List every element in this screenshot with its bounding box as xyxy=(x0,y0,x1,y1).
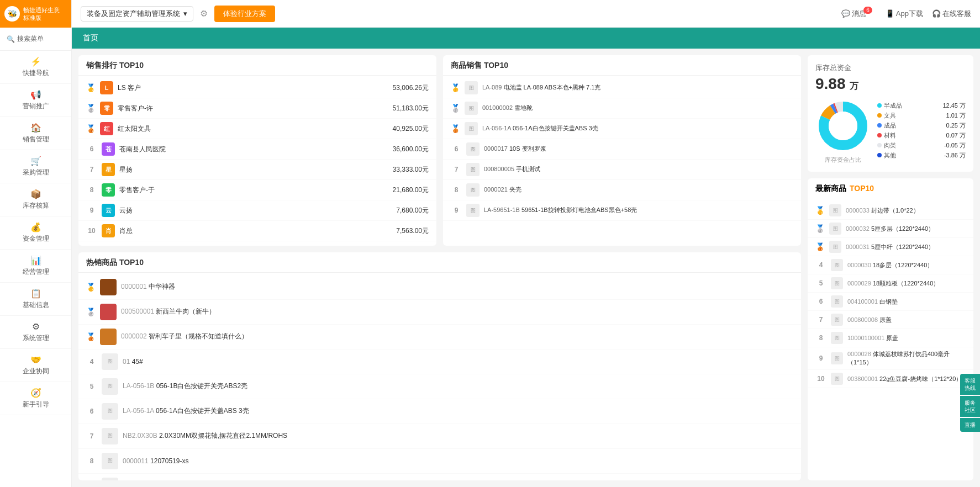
logo-icon: 🐝 xyxy=(4,6,20,22)
nav-icon-finance: 💰 xyxy=(30,222,41,232)
float-btn-1[interactable]: 服务 社区 xyxy=(960,396,980,417)
hot-product-item: 8 图 0000011 12070519-xs xyxy=(78,449,801,474)
sidebar-item-marketing[interactable]: 📢营销推广 xyxy=(0,84,71,117)
latest-product-image: 图 xyxy=(831,259,843,271)
float-btn-2[interactable]: 直播 xyxy=(960,418,980,432)
sidebar-item-sales[interactable]: 🏠销售管理 xyxy=(0,117,71,150)
search-menu-btn[interactable]: 🔍 搜索菜单 xyxy=(4,32,67,46)
latest-product-image: 图 xyxy=(831,295,843,308)
page-body: 销售排行 TOP10 🥇 L LS 客户 53,006.26元 🥈 零 零售客户… xyxy=(72,49,980,487)
product-rank-item: 🥉 图 LA-056-1A 056-1A白色按键开关盖ABS 3壳 xyxy=(443,119,801,139)
page-tab: 首页 xyxy=(72,28,980,49)
sidebar-item-finance[interactable]: 💰资金管理 xyxy=(0,216,71,250)
hot-product-item: 🥈 000500001 新西兰牛肉（新牛） xyxy=(78,300,801,325)
hot-product-item: 9 图 KK-SD22110H 花语萌值温分罐罐袋（厚款） xyxy=(78,474,801,480)
legend-item: 半成品 12.45 万 xyxy=(877,102,966,110)
sales-rank-item: 🥈 零 零售客户-许 51,183.00元 xyxy=(78,98,436,119)
legend-dot xyxy=(877,113,882,118)
sales-value: 36,600.00元 xyxy=(393,145,429,154)
product-image: 图 xyxy=(465,122,478,135)
sales-rank-header: 销售排行 TOP10 xyxy=(78,55,436,76)
sidebar-item-operations[interactable]: 📊经营管理 xyxy=(0,250,71,283)
sidebar-item-basic[interactable]: 📋基础信息 xyxy=(0,283,71,316)
legend-value: 1.01 万 xyxy=(946,112,966,120)
customer-name: 星扬 xyxy=(119,165,388,174)
trial-button[interactable]: 体验行业方案 xyxy=(214,6,275,22)
sidebar-item-cooperation[interactable]: 🤝企业协同 xyxy=(0,349,71,382)
sidebar-item-quick-nav[interactable]: ⚡快捷导航 xyxy=(0,51,71,84)
legend-label: 肉类 xyxy=(884,141,896,150)
latest-product-image: 图 xyxy=(831,332,843,344)
product-rank-item: 🥈 图 001000002 雪地靴 xyxy=(443,98,801,119)
customer-avatar: 零 xyxy=(100,102,113,115)
hot-product-item: 6 图 LA-056-1A 056-1A白色按键开关盖ABS 3壳 xyxy=(78,399,801,424)
sales-value: 33,333.00元 xyxy=(393,165,429,174)
latest-product-item: 5 图 0000029 18颗粒板（1220*2440） xyxy=(808,274,973,293)
nav-icon-quick-nav: ⚡ xyxy=(30,56,41,67)
system-name: 装备及固定资产辅助管理系统 xyxy=(87,9,180,19)
sidebar-search[interactable]: 🔍 搜索菜单 xyxy=(0,28,71,51)
latest-products-card: 最新商品 TOP10 🥇 图 0000033 封边带（1.0*22） 🥈 图 0… xyxy=(808,178,973,480)
sales-rank-item: 6 苍 苍南县人民医院 36,600.00元 xyxy=(78,139,436,160)
product-rank-item: 🥇 图 LA-089 电池盖 LA-089 ABS本色+黑种 7.1克 xyxy=(443,78,801,98)
product-image: 图 xyxy=(466,183,480,197)
legend-item: 材料 0.07 万 xyxy=(877,131,966,140)
product-image: 图 xyxy=(466,163,480,176)
latest-header: 最新商品 TOP10 xyxy=(808,178,973,199)
content-area: 首页 销售排行 TOP10 🥇 L LS 客户 53,006.26元 🥈 零 零… xyxy=(72,28,980,487)
sales-value: 7,563.00元 xyxy=(396,226,429,236)
customer-name: 零售客户-于 xyxy=(119,186,388,195)
float-btn-0[interactable]: 客服 热线 xyxy=(960,374,980,395)
product-rank-item: 7 图 000800005 手机测试 xyxy=(443,160,801,180)
customer-avatar: 苍 xyxy=(102,142,115,156)
hot-product-image: 图 xyxy=(102,453,118,469)
nav-icon-basic: 📋 xyxy=(30,288,41,299)
hot-product-item: 5 图 LA-056-1B 056-1B白色按键开关壳ABS2壳 xyxy=(78,374,801,399)
sales-rank-item: 🥇 L LS 客户 53,006.26元 xyxy=(78,78,436,98)
customer-name: 云扬 xyxy=(119,206,392,215)
legend-item: 成品 0.25 万 xyxy=(877,121,966,130)
online-service-btn[interactable]: 🎧 在线客服 xyxy=(932,9,971,19)
app-download-btn[interactable]: 📱 App下载 xyxy=(886,9,923,19)
latest-product-item: 4 图 0000030 18多层（1220*2440） xyxy=(808,256,973,274)
customer-avatar: 红 xyxy=(100,122,113,135)
hot-products-card: 热销商品 TOP10 🥇 0000001 中华神器 🥈 000500001 新西… xyxy=(78,252,801,480)
product-rank-item: 8 图 0000021 夹壳 xyxy=(443,180,801,200)
latest-product-item: 🥉 图 0000031 5厘中纤（1220*2440） xyxy=(808,238,973,256)
sales-rank-item: 10 肖 肖总 7,563.00元 xyxy=(78,221,436,241)
system-select[interactable]: 装备及固定资产辅助管理系统 ▾ xyxy=(81,6,193,22)
sidebar-item-system[interactable]: ⚙系统管理 xyxy=(0,316,71,349)
hot-product-image: 图 xyxy=(102,378,118,395)
inventory-chart-area: 库存资金占比 半成品 12.45 万 文具 1.01 万 成品 0.25 万 材… xyxy=(815,98,966,164)
sales-rank-item: 8 零 零售客户-于 21,680.00元 xyxy=(78,180,436,200)
settings-icon[interactable]: ⚙ xyxy=(200,8,208,19)
customer-name: 红太阳文具 xyxy=(118,124,388,134)
sidebar-item-guide[interactable]: 🧭新手引导 xyxy=(0,382,71,415)
hot-products-list: 🥇 0000001 中华神器 🥈 000500001 新西兰牛肉（新牛） 🥉 0… xyxy=(78,273,801,480)
product-image: 图 xyxy=(466,142,480,156)
sales-value: 7,680.00元 xyxy=(396,206,429,215)
customer-name: 苍南县人民医院 xyxy=(119,145,388,154)
latest-product-image: 图 xyxy=(829,204,841,216)
latest-product-item: 🥈 图 0000032 5厘多层（1220*2440） xyxy=(808,220,973,238)
customer-name: LS 客户 xyxy=(118,83,388,93)
latest-product-item: 7 图 000800008 原盖 xyxy=(808,311,973,329)
sidebar-item-purchase[interactable]: 🛒采购管理 xyxy=(0,150,71,183)
latest-product-item: 🥇 图 0000033 封边带（1.0*22） xyxy=(808,202,973,220)
nav-list: ⚡快捷导航📢营销推广🏠销售管理🛒采购管理📦库存核算💰资金管理📊经营管理📋基础信息… xyxy=(0,51,71,415)
sidebar-item-inventory[interactable]: 📦库存核算 xyxy=(0,183,71,216)
sales-value: 53,006.26元 xyxy=(393,83,429,93)
sales-value: 21,680.00元 xyxy=(393,186,429,195)
latest-product-image: 图 xyxy=(829,241,841,253)
svg-point-5 xyxy=(829,112,857,140)
donut-chart xyxy=(815,98,871,153)
message-btn[interactable]: 💬 消息 6 xyxy=(841,9,877,19)
customer-name: 零售客户-许 xyxy=(118,104,388,113)
legend-value: -0.05 万 xyxy=(944,141,966,150)
sales-rank-list: 🥇 L LS 客户 53,006.26元 🥈 零 零售客户-许 51,183.0… xyxy=(78,76,436,246)
legend-dot xyxy=(877,143,882,147)
legend-item: 肉类 -0.05 万 xyxy=(877,141,966,150)
sidebar: 🐝 畅捷通好生意 标准版 🔍 搜索菜单 ⚡快捷导航📢营销推广🏠销售管理🛒采购管理… xyxy=(0,0,72,487)
product-image: 图 xyxy=(465,102,478,115)
sales-rank-card: 销售排行 TOP10 🥇 L LS 客户 53,006.26元 🥈 零 零售客户… xyxy=(78,55,436,246)
